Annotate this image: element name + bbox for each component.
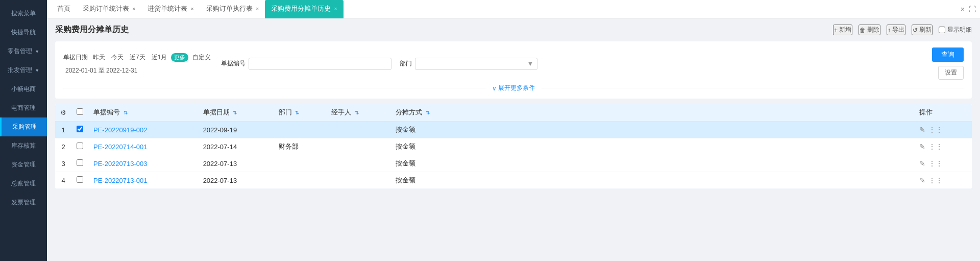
tab-purchase-cost-history[interactable]: 采购费用分摊单历史 × bbox=[265, 0, 343, 18]
tab-label: 进货单统计表 bbox=[148, 4, 187, 13]
dept-input[interactable] bbox=[415, 58, 537, 70]
today-btn[interactable]: 今天 bbox=[109, 53, 126, 62]
row-handler bbox=[326, 138, 390, 155]
edit-icon[interactable]: ✎ bbox=[919, 176, 925, 184]
col-handler-label: 经手人 bbox=[331, 108, 351, 116]
expand-row: ∨ 展开更多条件 bbox=[63, 84, 964, 92]
dept-select-wrapper: ▼ bbox=[415, 58, 537, 70]
export-button[interactable]: ↑ 导出 bbox=[887, 25, 905, 35]
row-checkbox-cell bbox=[71, 138, 88, 155]
sidebar-item-inventory[interactable]: 库存核算 bbox=[0, 136, 47, 155]
more-icon[interactable]: ⋮⋮ bbox=[928, 159, 943, 168]
row-checkbox[interactable] bbox=[77, 176, 83, 183]
settings-col-header[interactable]: ⚙ bbox=[55, 104, 71, 122]
tab-close-icon[interactable]: × bbox=[132, 6, 135, 12]
doc-no-link[interactable]: PE-20220713-001 bbox=[93, 177, 148, 184]
more-icon[interactable]: ⋮⋮ bbox=[928, 143, 943, 151]
row-index: 2 bbox=[55, 138, 71, 155]
more-icon[interactable]: ⋮⋮ bbox=[928, 176, 943, 184]
tab-close-icon[interactable]: × bbox=[334, 6, 337, 12]
yesterday-btn[interactable]: 昨天 bbox=[91, 53, 107, 62]
col-doc-no[interactable]: 单据编号 ⇅ bbox=[88, 104, 198, 122]
row-index: 4 bbox=[55, 172, 71, 189]
col-alloc-method[interactable]: 分摊方式 ⇅ bbox=[390, 104, 914, 122]
tab-home[interactable]: 首页 bbox=[51, 0, 77, 18]
show-columns-checkbox[interactable] bbox=[939, 27, 945, 33]
table-header: ⚙ 单据编号 ⇅ 单据日期 ⇅ bbox=[55, 104, 972, 122]
close-window-icon[interactable]: × bbox=[961, 5, 965, 13]
page-header: 采购费用分摊单历史 + 新增 🗑 删除 ↑ 导出 ↺ 刷新 bbox=[55, 25, 972, 35]
main-content: 首页 采购订单统计表 × 进货单统计表 × 采购订单执行表 × 采购费用分摊单历… bbox=[47, 0, 980, 261]
sidebar-item-ecommerce[interactable]: 电商管理 bbox=[0, 99, 47, 117]
sidebar-item-label: 批发管理 ▼ bbox=[2, 66, 45, 75]
settings-col-icon[interactable]: ⚙ bbox=[60, 109, 66, 116]
col-doc-date[interactable]: 单据日期 ⇅ bbox=[198, 104, 274, 122]
refresh-button[interactable]: ↺ 刷新 bbox=[912, 25, 933, 35]
more-icon[interactable]: ⋮⋮ bbox=[928, 126, 943, 134]
date-shortcuts: 昨天 今天 近7天 近1月 更多 自定义 bbox=[91, 53, 213, 62]
edit-icon[interactable]: ✎ bbox=[919, 143, 925, 151]
maximize-window-icon[interactable]: ⛶ bbox=[969, 5, 976, 13]
sidebar-item-retail[interactable]: 零售管理 ▼ bbox=[0, 42, 47, 61]
row-dept: 财务部 bbox=[274, 138, 327, 155]
week-btn[interactable]: 近7天 bbox=[128, 53, 148, 62]
doc-no-link[interactable]: PE-20220713-003 bbox=[93, 160, 148, 168]
doc-no-input[interactable] bbox=[249, 58, 391, 70]
edit-icon[interactable]: ✎ bbox=[919, 159, 925, 168]
tab-purchase-order-stats[interactable]: 采购订单统计表 × bbox=[77, 0, 141, 18]
data-table-container: ⚙ 单据编号 ⇅ 单据日期 ⇅ bbox=[55, 104, 972, 189]
tab-purchase-order-exec[interactable]: 采购订单执行表 × bbox=[200, 0, 265, 18]
edit-icon[interactable]: ✎ bbox=[919, 126, 925, 134]
sidebar-item-ledger[interactable]: 总账管理 bbox=[0, 174, 47, 193]
row-checkbox[interactable] bbox=[77, 143, 83, 149]
tab-inbound-stats[interactable]: 进货单统计表 × bbox=[141, 0, 200, 18]
sidebar-item-quicknav[interactable]: 快捷导航 bbox=[0, 23, 47, 42]
doc-no-link[interactable]: PE-20220714-001 bbox=[93, 143, 148, 151]
sidebar-item-purchase[interactable]: 采购管理 bbox=[0, 117, 47, 136]
row-doc-no: PE-20220713-003 bbox=[88, 155, 198, 172]
row-doc-no: PE-20220713-001 bbox=[88, 172, 198, 189]
tab-window-actions: × ⛶ bbox=[961, 5, 976, 13]
custom-btn[interactable]: 自定义 bbox=[190, 53, 213, 62]
doc-no-link[interactable]: PE-20220919-002 bbox=[93, 126, 148, 134]
col-alloc-label: 分摊方式 bbox=[396, 108, 422, 116]
row-dept bbox=[274, 172, 327, 189]
select-all-checkbox[interactable] bbox=[77, 108, 83, 115]
filter-settings-button[interactable]: 设置 bbox=[938, 66, 964, 80]
action-icons: ✎ ⋮⋮ bbox=[919, 126, 967, 134]
tab-close-icon[interactable]: × bbox=[256, 6, 259, 12]
action-icons: ✎ ⋮⋮ bbox=[919, 159, 967, 168]
more-btn[interactable]: 更多 bbox=[171, 53, 188, 62]
sidebar-item-invoice[interactable]: 发票管理 bbox=[0, 193, 47, 212]
sidebar-item-finance[interactable]: 资金管理 bbox=[0, 155, 47, 174]
sidebar-item-wholesale[interactable]: 批发管理 ▼ bbox=[0, 61, 47, 80]
col-dept-label: 部门 bbox=[279, 108, 292, 116]
delete-button[interactable]: 🗑 删除 bbox=[859, 25, 880, 35]
sidebar-item-search[interactable]: 搜索菜单 bbox=[0, 4, 47, 23]
tab-label: 采购订单统计表 bbox=[83, 4, 129, 13]
row-checkbox[interactable] bbox=[77, 126, 83, 132]
sidebar-item-ecommerce-small[interactable]: 小畅电商 bbox=[0, 80, 47, 99]
expand-button[interactable]: ∨ 展开更多条件 bbox=[492, 84, 535, 92]
row-checkbox-cell bbox=[71, 172, 88, 189]
doc-no-label: 单据编号 bbox=[221, 59, 246, 68]
add-button[interactable]: + 新增 bbox=[833, 25, 852, 35]
col-dept[interactable]: 部门 ⇅ bbox=[274, 104, 327, 122]
row-handler bbox=[326, 155, 390, 172]
table-body: 1 PE-20220919-002 2022-09-19 按金额 bbox=[55, 122, 972, 189]
sidebar: 搜索菜单 快捷导航 零售管理 ▼ 批发管理 ▼ 小畅电商 电商管理 采购管理 库… bbox=[0, 0, 47, 261]
sidebar-item-label: 零售管理 ▼ bbox=[2, 47, 45, 56]
row-checkbox[interactable] bbox=[77, 159, 83, 166]
col-doc-no-label: 单据编号 bbox=[93, 108, 120, 116]
month-btn[interactable]: 近1月 bbox=[150, 53, 169, 62]
add-label: 新增 bbox=[839, 26, 851, 34]
show-columns-toggle[interactable]: 显示明细 bbox=[939, 26, 972, 34]
query-button[interactable]: 查询 bbox=[932, 48, 964, 62]
table-row: 2 PE-20220714-001 2022-07-14 财务部 按金额 bbox=[55, 138, 972, 155]
col-handler[interactable]: 经手人 ⇅ bbox=[326, 104, 390, 122]
row-index: 3 bbox=[55, 155, 71, 172]
action-icons: ✎ ⋮⋮ bbox=[919, 143, 967, 151]
tab-close-icon[interactable]: × bbox=[190, 6, 193, 12]
row-index: 1 bbox=[55, 122, 71, 138]
row-actions: ✎ ⋮⋮ bbox=[914, 155, 972, 172]
